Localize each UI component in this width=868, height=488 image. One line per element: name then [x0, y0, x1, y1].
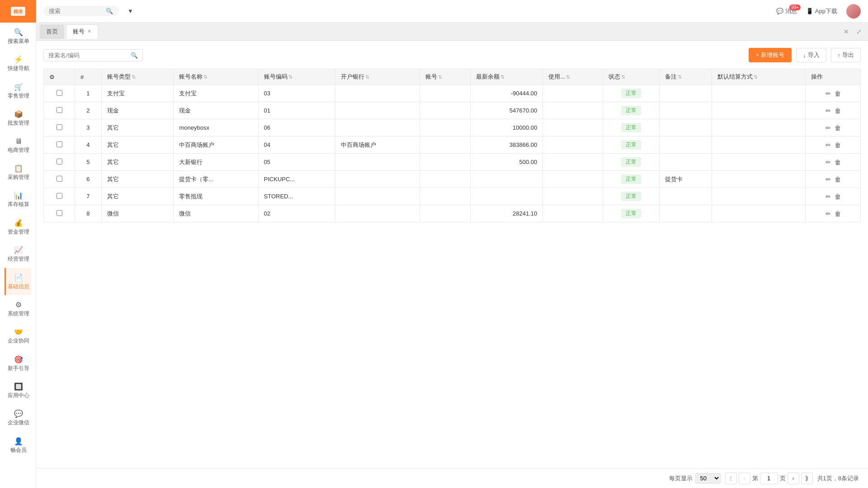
sidebar-icon-enterprise-wechat: 💬 — [14, 409, 23, 418]
row-balance-1: 547670.00 — [471, 102, 543, 119]
col-header-account[interactable]: 账号⇅ — [420, 69, 471, 85]
app-download-button[interactable]: 📱 App下载 — [806, 7, 837, 15]
table-row: 3其它moneybosx0610000.00正常✏🗑 — [44, 119, 861, 136]
sidebar-item-system-mgmt[interactable]: ⚙系统管理 — [5, 295, 31, 322]
sidebar-item-finance-mgmt[interactable]: 💰资金管理 — [5, 213, 31, 240]
import-icon: ↓ — [803, 52, 806, 59]
col-header-code[interactable]: 账号编码⇅ — [258, 69, 335, 85]
sidebar-item-ecommerce-mgmt[interactable]: 🖥电商管理 — [5, 132, 31, 159]
next-page-button[interactable]: › — [788, 473, 799, 484]
toolbar-right: + 新增账号 ↓ 导入 ↑ 导出 — [749, 48, 861, 62]
sidebar-item-purchase-mgmt[interactable]: 📋采购管理 — [5, 159, 31, 186]
main-wrapper: 🔍 ▼ 💬 消息 99+ 📱 App下载 首页账号✕ ✕ ⤢ — [36, 0, 868, 488]
sidebar-item-new-user-guide[interactable]: 🎯新手引导 — [5, 350, 31, 377]
row-checkbox-1[interactable] — [57, 107, 62, 113]
row-remark-6 — [659, 188, 712, 205]
sidebar-item-app-center[interactable]: 🔲应用中心 — [5, 377, 31, 404]
sidebar-item-enterprise-wechat[interactable]: 💬企业微信 — [5, 404, 31, 431]
content-area: 🔍 + 新增账号 ↓ 导入 ↑ 导出 ⚙#账号类型⇅账号名称⇅账号编码⇅开户银行… — [36, 41, 868, 488]
col-header-remark[interactable]: 备注⇅ — [659, 69, 712, 85]
per-page-select[interactable]: 50 20 100 — [695, 473, 721, 483]
edit-btn-6[interactable]: ✏ — [824, 192, 833, 201]
tab-label-home: 首页 — [46, 28, 58, 36]
tab-close-account[interactable]: ✕ — [87, 29, 91, 34]
tab-close-all-button[interactable]: ✕ — [841, 26, 852, 37]
sidebar-item-basic-info[interactable]: 📄基础信息 — [5, 268, 31, 295]
edit-btn-7[interactable]: ✏ — [824, 209, 833, 218]
edit-btn-4[interactable]: ✏ — [824, 158, 833, 167]
sidebar-label-new-user-guide: 新手引导 — [8, 365, 29, 371]
col-header-type[interactable]: 账号类型⇅ — [101, 69, 174, 85]
row-action-4: ✏🗑 — [806, 154, 861, 171]
sidebar-item-search-menu[interactable]: 🔍搜索菜单 — [5, 23, 31, 50]
settings-icon[interactable]: ⚙ — [49, 74, 55, 80]
sidebar-item-retail-mgmt[interactable]: 🛒零售管理 — [5, 77, 31, 104]
user-avatar[interactable] — [846, 4, 861, 19]
delete-btn-1[interactable]: 🗑 — [833, 106, 843, 115]
message-badge: 99+ — [789, 5, 801, 10]
row-checkbox-2[interactable] — [57, 124, 62, 130]
sidebar-item-quick-nav[interactable]: ⚡快捷导航 — [5, 50, 31, 77]
edit-btn-1[interactable]: ✏ — [824, 106, 833, 115]
row-checkbox-4[interactable] — [57, 159, 62, 164]
row-status-4: 正常 — [603, 154, 659, 171]
edit-btn-0[interactable]: ✏ — [824, 89, 833, 98]
row-index-5: 6 — [75, 171, 102, 188]
prev-page-button[interactable]: ‹ — [739, 473, 750, 484]
col-header-status[interactable]: 状态⇅ — [603, 69, 659, 85]
row-name-0: 支付宝 — [174, 85, 258, 102]
header-search-input[interactable] — [49, 8, 103, 14]
delete-btn-2[interactable]: 🗑 — [833, 123, 843, 132]
import-button[interactable]: ↓ 导入 — [796, 48, 826, 62]
col-header-usage[interactable]: 使用...⇅ — [543, 69, 603, 85]
header-dropdown[interactable]: ▼ — [124, 6, 137, 16]
delete-btn-0[interactable]: 🗑 — [833, 89, 843, 98]
row-status-3: 正常 — [603, 136, 659, 154]
tab-home[interactable]: 首页 — [40, 24, 64, 39]
export-button[interactable]: ↑ 导出 — [831, 48, 861, 62]
sidebar-item-member[interactable]: 👤畅会员 — [5, 432, 31, 459]
row-action-2: ✏🗑 — [806, 119, 861, 136]
delete-btn-6[interactable]: 🗑 — [833, 192, 843, 201]
row-account-2 — [420, 119, 471, 136]
row-checkbox-0[interactable] — [57, 90, 62, 96]
first-page-button[interactable]: ⟪ — [725, 473, 737, 484]
col-header-balance[interactable]: 最新余额⇅ — [471, 69, 543, 85]
sidebar-icon-retail-mgmt: 🛒 — [14, 83, 23, 91]
sidebar-item-inventory[interactable]: 📊库存核算 — [5, 186, 31, 213]
col-header-name[interactable]: 账号名称⇅ — [174, 69, 258, 85]
edit-btn-5[interactable]: ✏ — [824, 175, 833, 184]
row-checkbox-6[interactable] — [57, 193, 62, 199]
edit-btn-2[interactable]: ✏ — [824, 123, 833, 132]
row-index-2: 3 — [75, 119, 102, 136]
row-remark-5: 提货卡 — [659, 171, 712, 188]
tab-account[interactable]: 账号✕ — [66, 24, 98, 39]
delete-btn-7[interactable]: 🗑 — [833, 209, 843, 218]
row-checkbox-5[interactable] — [57, 176, 62, 182]
row-balance-7: 28241.10 — [471, 205, 543, 222]
app-icon: 📱 — [806, 8, 813, 14]
table-search-input[interactable] — [48, 52, 128, 59]
tab-expand-button[interactable]: ⤢ — [854, 26, 864, 37]
col-header-default_settlement[interactable]: 默认结算方式⇅ — [712, 69, 806, 85]
sidebar-item-operations-mgmt[interactable]: 📈经营管理 — [5, 240, 31, 267]
last-page-button[interactable]: ⟫ — [801, 473, 813, 484]
row-checkbox-7[interactable] — [57, 210, 62, 216]
message-button[interactable]: 💬 消息 99+ — [776, 7, 797, 15]
col-header-bank[interactable]: 开户银行⇅ — [335, 69, 420, 85]
sidebar-item-wholesale-mgmt[interactable]: 📦批发管理 — [5, 104, 31, 131]
delete-btn-4[interactable]: 🗑 — [833, 158, 843, 167]
delete-btn-5[interactable]: 🗑 — [833, 175, 843, 184]
edit-btn-3[interactable]: ✏ — [824, 141, 833, 150]
row-checkbox-3[interactable] — [57, 141, 62, 147]
page-number-input[interactable] — [760, 473, 778, 484]
sidebar-label-app-center: 应用中心 — [8, 392, 29, 399]
sidebar-item-enterprise-agreement[interactable]: 🤝企业协同 — [5, 322, 31, 349]
row-default-settlement-2 — [712, 119, 806, 136]
add-account-button[interactable]: + 新增账号 — [749, 48, 792, 62]
delete-btn-3[interactable]: 🗑 — [833, 141, 843, 150]
row-checkbox-5 — [44, 171, 75, 188]
row-type-6: 其它 — [101, 188, 174, 205]
import-label: 导入 — [808, 51, 820, 59]
accounts-table: ⚙#账号类型⇅账号名称⇅账号编码⇅开户银行⇅账号⇅最新余额⇅使用...⇅状态⇅备… — [43, 69, 861, 222]
